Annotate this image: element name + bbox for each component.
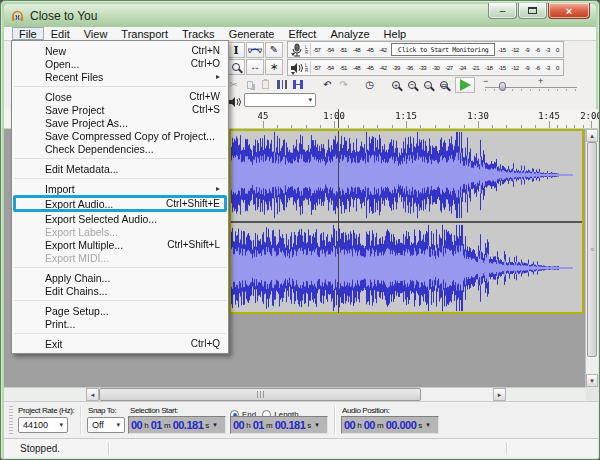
scroll-down-icon[interactable]: ▾ — [586, 374, 598, 387]
menubar-item-generate[interactable]: Generate — [222, 27, 282, 40]
envelope-tool-button[interactable] — [246, 42, 264, 58]
menubar-item-analyze[interactable]: Analyze — [323, 27, 376, 40]
window-title: Close to You — [30, 9, 97, 23]
menu-item-import[interactable]: Import▸ — [12, 182, 228, 195]
menu-item-save-project[interactable]: Save ProjectCtrl+S — [12, 103, 228, 116]
menubar-item-help[interactable]: Help — [377, 27, 414, 40]
audacity-window: Close to You – × FileEditViewTransportTr… — [0, 0, 600, 460]
menu-item-print[interactable]: Print... — [12, 317, 228, 330]
selection-tool-button[interactable]: I — [227, 42, 245, 58]
undo-icon: ↶ — [323, 80, 331, 90]
scroll-right-icon[interactable]: ▸ — [493, 388, 506, 401]
snap-to-select[interactable]: Off ▾ — [87, 417, 125, 433]
zoom-out-button[interactable]: − — [404, 77, 419, 92]
audio-position-field[interactable]: 00h00m00.000s▾ — [341, 416, 439, 434]
ruler-time-label: 1:15 — [395, 111, 417, 121]
menu-item-shortcut: Ctrl+N — [191, 45, 220, 56]
scroll-up-icon[interactable]: ▴ — [586, 129, 598, 142]
zoom-in-button[interactable]: + — [388, 77, 403, 92]
fit-project-button[interactable]: ▭ — [436, 77, 451, 92]
menubar-item-edit[interactable]: Edit — [44, 27, 77, 40]
titlebar[interactable]: Close to You – × — [4, 4, 596, 27]
menu-item-label: Edit Chains... — [45, 285, 107, 297]
menu-item-label: Export Selected Audio... — [45, 213, 157, 225]
toolbar-grip[interactable] — [9, 406, 13, 434]
menu-item-close[interactable]: CloseCtrl+W — [12, 90, 228, 103]
trim-button[interactable] — [274, 77, 289, 92]
monitoring-tooltip[interactable]: Click to Start Monitoring — [391, 43, 495, 56]
copy-icon — [247, 81, 253, 89]
menu-item-export-selected-audio[interactable]: Export Selected Audio... — [12, 212, 228, 225]
menu-separator — [14, 267, 226, 268]
recording-meter[interactable]: LR-57-54-51-48-45-42-39-36-33-30-27-24-2… — [287, 41, 564, 58]
hscroll-track[interactable] — [421, 388, 493, 401]
time-unit: h — [246, 421, 250, 430]
time-digits: 00.181 — [275, 419, 306, 431]
thumb-grip-icon — [257, 391, 264, 398]
zoom-tool-icon — [232, 63, 240, 71]
fit-selection-button[interactable]: ↔ — [420, 77, 435, 92]
time-digits: 01 — [151, 419, 162, 431]
maximize-button[interactable] — [518, 3, 547, 19]
menu-item-export-multiple[interactable]: Export Multiple...Ctrl+Shift+L — [12, 238, 228, 251]
project-rate-select[interactable]: 44100 ▾ — [18, 417, 68, 433]
menubar: FileEditViewTransportTracksGenerateEffec… — [4, 27, 596, 41]
window-controls: – × — [487, 3, 590, 19]
menubar-item-effect[interactable]: Effect — [282, 27, 324, 40]
submenu-arrow-icon: ▸ — [216, 184, 220, 193]
horizontal-scrollbar[interactable]: ◂ ▸ — [86, 388, 506, 401]
zoom-tool-button[interactable] — [227, 59, 245, 75]
minimize-button[interactable]: – — [488, 3, 517, 19]
menu-item-edit-metadata[interactable]: Edit Metadata... — [12, 162, 228, 175]
play-at-speed-button[interactable] — [455, 77, 475, 93]
chevron-down-icon[interactable]: ▾ — [315, 421, 319, 429]
time-unit: m — [164, 421, 171, 430]
multi-tool-button[interactable]: ∗ — [265, 59, 283, 75]
menubar-item-tracks[interactable]: Tracks — [175, 27, 222, 40]
synclock-clock-button[interactable]: ◷ — [362, 77, 377, 92]
menubar-item-transport[interactable]: Transport — [114, 27, 175, 40]
vertical-scrollbar[interactable]: ▴ ≡ ▾ — [585, 129, 598, 387]
silence-icon — [293, 80, 303, 89]
scroll-left-icon[interactable]: ◂ — [86, 388, 99, 401]
playback-speed-slider[interactable]: − + — [483, 78, 579, 93]
timeshift-tool-button[interactable]: ↔ — [246, 59, 264, 75]
menu-item-edit-chains[interactable]: Edit Chains... — [12, 284, 228, 297]
selection-end-field[interactable]: 00h01m00.181s▾ — [230, 416, 328, 434]
audio-position-label: Audio Position: — [342, 406, 389, 415]
menu-item-apply-chain[interactable]: Apply Chain... — [12, 271, 228, 284]
status-text: Stopped. — [20, 443, 60, 454]
menubar-item-view[interactable]: View — [77, 27, 115, 40]
ruler-time-label: 1:00 — [323, 111, 345, 121]
selection-start-field[interactable]: 00h01m00.181s▾ — [128, 416, 226, 434]
hscroll-thumb[interactable] — [99, 388, 421, 401]
speaker-icon — [228, 94, 241, 106]
menu-item-check-dependencies[interactable]: Check Dependencies... — [12, 142, 228, 155]
menu-item-recent-files[interactable]: Recent Files▸ — [12, 70, 228, 83]
output-device-select[interactable]: ▾ — [244, 93, 316, 107]
playback-meter[interactable]: LR-57-54-51-48-45-42-39-36-33-30-27-24-2… — [287, 59, 564, 76]
ruler-time-label: 45 — [258, 111, 269, 121]
redo-button: ↷ — [336, 77, 351, 92]
undo-button[interactable]: ↶ — [320, 77, 335, 92]
menu-item-new[interactable]: NewCtrl+N — [12, 44, 228, 57]
menu-separator — [14, 86, 226, 87]
menu-item-exit[interactable]: ExitCtrl+Q — [12, 337, 228, 350]
slider-thumb[interactable] — [499, 82, 506, 91]
time-unit: m — [266, 421, 273, 430]
stereo-waveform[interactable] — [229, 129, 585, 315]
silence-button[interactable] — [290, 77, 305, 92]
menu-item-save-compressed-copy-of-project[interactable]: Save Compressed Copy of Project... — [12, 129, 228, 142]
menu-item-page-setup[interactable]: Page Setup... — [12, 304, 228, 317]
chevron-down-icon[interactable]: ▾ — [213, 421, 217, 429]
menu-item-label: Exit — [45, 338, 63, 350]
menu-item-open[interactable]: Open...Ctrl+O — [12, 57, 228, 70]
status-divider — [506, 442, 507, 455]
menubar-item-file[interactable]: File — [12, 27, 44, 40]
chevron-down-icon[interactable]: ▾ — [426, 421, 430, 429]
menu-item-export-audio[interactable]: Export Audio...Ctrl+Shift+E — [12, 195, 228, 212]
vscroll-thumb[interactable]: ≡ — [587, 142, 597, 357]
draw-tool-button[interactable]: ✎ — [265, 42, 283, 58]
close-button[interactable]: × — [548, 3, 590, 19]
menu-item-save-project-as[interactable]: Save Project As... — [12, 116, 228, 129]
